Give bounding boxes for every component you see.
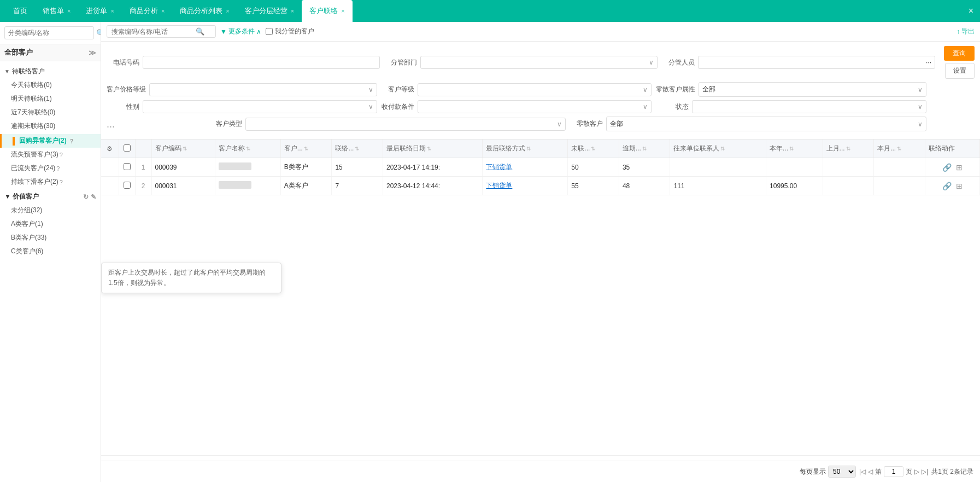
- sidebar-item-today[interactable]: 今天待联络(0): [0, 78, 101, 92]
- next-page-icon[interactable]: ▷: [914, 468, 919, 475]
- sidebar-item-overdue[interactable]: 逾期未联络(30): [0, 119, 101, 133]
- th-this-year[interactable]: 本年... ⇅: [766, 140, 823, 158]
- close-analysis-icon[interactable]: ×: [161, 8, 165, 14]
- close-all-tabs-icon[interactable]: ×: [969, 6, 973, 16]
- customer-type-select[interactable]: ∨: [245, 118, 566, 131]
- action-grid-icon[interactable]: ⊞: [956, 163, 963, 172]
- sidebar-item-churn-warn[interactable]: 流失预警客户(3) ?: [0, 148, 101, 161]
- last-page-icon[interactable]: ▷|: [922, 468, 928, 475]
- value-edit-icon[interactable]: ✎: [91, 193, 96, 201]
- th-this-month[interactable]: 本月... ⇅: [874, 140, 925, 158]
- row-this-month: [874, 177, 925, 195]
- sidebar-search-icon[interactable]: 🔍: [96, 29, 101, 37]
- customer-level-select[interactable]: ∨: [418, 83, 652, 96]
- action-link-icon[interactable]: 🔗: [942, 182, 952, 190]
- filter-search-icon[interactable]: 🔍: [196, 27, 204, 36]
- nav-purchase[interactable]: 进货单 ×: [78, 0, 121, 22]
- close-analysis-list-icon[interactable]: ×: [226, 8, 229, 14]
- sidebar-item-b-customers[interactable]: B类客户(33): [0, 231, 101, 245]
- sidebar-item-ungrouped[interactable]: 未分组(32): [0, 204, 101, 217]
- price-level-arrow-icon: ∨: [368, 86, 373, 94]
- query-button[interactable]: 查询: [944, 46, 975, 61]
- row-checkbox[interactable]: [124, 182, 131, 189]
- sidebar-item-7days[interactable]: 近7天待联络(0): [0, 106, 101, 119]
- phone-input[interactable]: [143, 56, 380, 69]
- table-area[interactable]: ⚙ 客户编码 ⇅: [101, 140, 980, 455]
- close-sales-icon[interactable]: ×: [67, 8, 71, 14]
- nav-analysis[interactable]: 商品分析 ×: [122, 0, 172, 22]
- status-select[interactable]: ∨: [692, 100, 926, 113]
- th-last-contact-method[interactable]: 最后联络方式 ⇅: [483, 140, 568, 158]
- action-grid-icon[interactable]: ⊞: [956, 182, 963, 190]
- th-overdue[interactable]: 逾期... ⇅: [619, 140, 670, 158]
- close-customer-contact-icon[interactable]: ×: [341, 8, 344, 14]
- row-last-contact-date: 2023-04-17 14:19:: [383, 158, 483, 177]
- table-row: 1 000039 B类客户 15 2023-04-17 14:19: 下销货单 …: [101, 158, 980, 177]
- row-checkbox-cell[interactable]: [119, 158, 135, 177]
- row-this-month: [874, 158, 925, 177]
- nav-sales[interactable]: 销售单 ×: [35, 0, 78, 22]
- row-this-year: [766, 158, 823, 177]
- nav-customer-ops[interactable]: 客户分层经营 ×: [237, 0, 302, 22]
- prev-page-icon[interactable]: ◁: [868, 468, 873, 475]
- page-end-label: 页: [906, 467, 912, 477]
- th-customer-type[interactable]: 客户... ⇅: [280, 140, 332, 158]
- th-unit-contacts[interactable]: 往来单位联系人 ⇅: [670, 140, 766, 158]
- action-link-icon[interactable]: 🔗: [942, 163, 952, 172]
- sidebar-value-title[interactable]: ▼ 价值客户 ↻ ✎: [0, 190, 101, 204]
- row-customer-type: A类客户: [280, 177, 332, 195]
- sidebar-item-a-customers[interactable]: A类客户(1): [0, 217, 101, 231]
- per-page-select[interactable]: 50 10 20 100: [828, 466, 856, 478]
- sidebar-item-declining[interactable]: 持续下滑客户(2) ?: [0, 175, 101, 189]
- sidebar-item-abnormal-repurchase[interactable]: 回购异常客户(2) ?: [0, 134, 101, 148]
- filter-search-input[interactable]: [112, 28, 193, 36]
- row-contact-count: 7: [332, 177, 383, 195]
- row-checkbox-cell[interactable]: [119, 177, 135, 195]
- my-customer-check[interactable]: [266, 28, 273, 35]
- first-page-icon[interactable]: |◁: [859, 468, 866, 475]
- th-contact-count[interactable]: 联络... ⇅: [332, 140, 383, 158]
- sidebar-item-tomorrow[interactable]: 明天待联络(1): [0, 92, 101, 106]
- row-last-contact-method[interactable]: 下销货单: [483, 158, 568, 177]
- phone-label: 电话号码: [107, 58, 139, 67]
- sidebar-item-churned[interactable]: 已流失客户(24) ?: [0, 161, 101, 175]
- close-customer-ops-icon[interactable]: ×: [291, 8, 294, 14]
- nav-home[interactable]: 首页: [5, 0, 35, 22]
- close-purchase-icon[interactable]: ×: [110, 8, 114, 14]
- value-refresh-icon[interactable]: ↻: [83, 193, 89, 201]
- row-checkbox[interactable]: [124, 163, 131, 170]
- retail-customer-select[interactable]: 全部 ∨: [606, 117, 926, 131]
- my-customer-checkbox[interactable]: 我分管的客户: [266, 27, 314, 36]
- settings-button[interactable]: 设置: [945, 63, 975, 79]
- sidebar-group-pending-title[interactable]: ▼ 待联络客户: [0, 65, 101, 78]
- th-name[interactable]: 客户名称 ⇅: [215, 140, 281, 158]
- th-last-contact-date[interactable]: 最后联络日期 ⇅: [383, 140, 483, 158]
- nav-customer-contact[interactable]: 客户联络 ×: [302, 0, 352, 22]
- payment-select[interactable]: ∨: [418, 100, 652, 113]
- sidebar-item-c-customers[interactable]: C类客户(6): [0, 245, 101, 258]
- th-settings[interactable]: ⚙: [101, 140, 119, 158]
- row-actions: 🔗 ⊞: [925, 177, 979, 195]
- price-level-select[interactable]: ∨: [149, 83, 377, 96]
- branch-person-select[interactable]: ···: [698, 56, 935, 69]
- nav-analysis-list[interactable]: 商品分析列表 ×: [172, 0, 237, 22]
- page-input[interactable]: [884, 466, 903, 477]
- sidebar-collapse-icon[interactable]: ≫: [89, 49, 96, 57]
- row-last-contact-method[interactable]: 下销货单: [483, 177, 568, 195]
- branch-dept-select[interactable]: ∨: [420, 56, 658, 69]
- th-last-month[interactable]: 上月... ⇅: [823, 140, 874, 158]
- gender-select[interactable]: ∨: [143, 100, 377, 113]
- export-btn[interactable]: ↑ 导出: [956, 27, 975, 36]
- branch-dept-label: 分管部门: [384, 58, 417, 67]
- filter-branch-dept-cell: 分管部门 ∨: [384, 56, 658, 69]
- horizontal-scrollbar[interactable]: [101, 455, 980, 461]
- select-all-checkbox[interactable]: [124, 144, 131, 152]
- pagination-total: 共1页 2条记录: [931, 467, 973, 477]
- filter-more-dots[interactable]: ...: [107, 119, 115, 130]
- per-page-control: 每页显示 50 10 20 100: [800, 466, 856, 478]
- retail-attr-select[interactable]: 全部 ∨: [699, 82, 926, 97]
- sidebar-search-input[interactable]: [4, 26, 94, 39]
- th-no-purchase[interactable]: 未联... ⇅: [568, 140, 619, 158]
- th-code[interactable]: 客户编码 ⇅: [151, 140, 215, 158]
- more-conditions-btn[interactable]: ▼ 更多条件 ∧: [220, 27, 261, 36]
